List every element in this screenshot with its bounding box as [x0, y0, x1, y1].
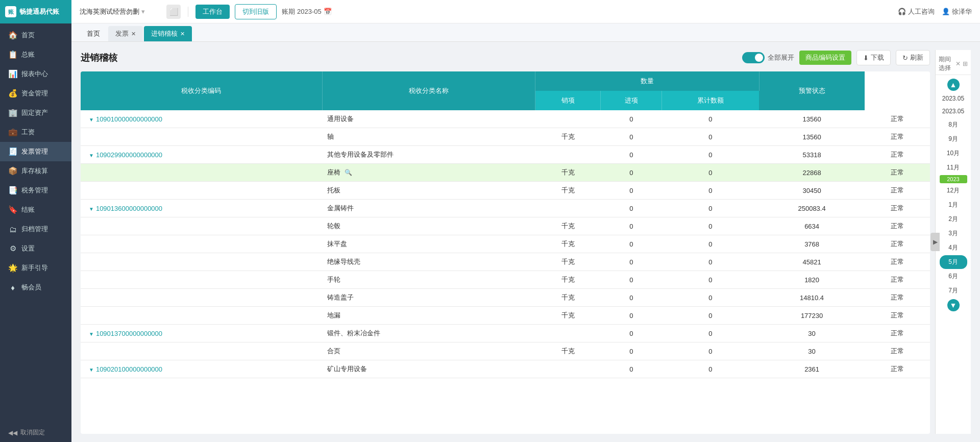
unpin-label: 取消固定 [20, 428, 45, 437]
period-month-item[interactable]: 1月 [940, 198, 967, 212]
period-month-item[interactable]: 5月 [940, 255, 967, 269]
period-month-item[interactable]: 12月 [940, 184, 967, 198]
sidebar-item-label: 发票管理 [21, 147, 48, 156]
tab-home[interactable]: 首页 [80, 26, 107, 41]
period-month-item[interactable]: 4月 [940, 241, 967, 255]
workbench-button[interactable]: 工作台 [195, 5, 230, 19]
sidebar-footer-unpin[interactable]: ◀◀ 取消固定 [0, 423, 71, 442]
cell-warning: 正常 [865, 271, 930, 289]
cell-purchase: 0 [662, 146, 760, 164]
sidebar-item-tax[interactable]: 📑 税务管理 [0, 181, 71, 200]
cell-sales: 0 [601, 289, 662, 307]
period-label: 账期 [282, 7, 295, 16]
company-selector[interactable]: 沈海英测试经营勿删 ▾ [80, 7, 161, 16]
cell-unit: 千克 [535, 253, 601, 271]
panel-collapse-button[interactable]: ▶ [930, 233, 940, 251]
panel-close-button[interactable]: ✕ [955, 60, 961, 67]
period-month-item[interactable]: 9月 [940, 132, 967, 146]
cell-name: 地漏 [322, 307, 535, 325]
cell-name: 绝缘导线壳 [322, 253, 535, 271]
tab-invoice[interactable]: 发票 ✕ [108, 26, 143, 41]
oldver-button[interactable]: 切到旧版 [235, 4, 277, 19]
cell-name: 座椅🔍 [322, 164, 535, 182]
cell-code: ▼109013600000000000 [81, 200, 322, 217]
period-scroll-up[interactable]: ▲ [947, 79, 960, 91]
period-month-item[interactable]: 8月 [940, 118, 967, 132]
download-button[interactable]: ⬇ 下载 [856, 50, 891, 65]
period-month-item[interactable]: 10月 [940, 146, 967, 160]
cell-total: 14810.4 [759, 289, 865, 307]
member-icon: ♦ [8, 283, 17, 292]
sidebar-item-capital[interactable]: 💰 资金管理 [0, 84, 71, 103]
cell-warning: 正常 [865, 253, 930, 271]
invoice-icon: 🧾 [8, 147, 17, 156]
cell-name: 轴 [322, 128, 535, 146]
tab-reconcile[interactable]: 进销稽核 ✕ [144, 26, 192, 41]
sidebar-item-salary[interactable]: 💼 工资 [0, 122, 71, 142]
sidebar-item-archive[interactable]: 🗂 归档管理 [0, 219, 71, 239]
tab-invoice-label: 发票 [115, 29, 129, 38]
company-copy-button[interactable]: ⬜ [166, 5, 181, 19]
cell-sales: 0 [601, 235, 662, 253]
sidebar-item-settings[interactable]: ⚙ 设置 [0, 239, 71, 258]
cell-total: 1820 [759, 271, 865, 289]
page-main: 进销稽核 全部展开 商品编码设置 ⬇ 下载 ↻ 刷新 [81, 50, 930, 434]
user-icon: 👤 [942, 8, 950, 15]
sidebar-item-settle[interactable]: 🔖 结账 [0, 200, 71, 219]
home-icon: 🏠 [8, 31, 17, 40]
cell-total: 177230 [759, 307, 865, 325]
period-month-item[interactable]: 6月 [940, 269, 967, 283]
sidebar-item-label: 库存核算 [21, 166, 48, 176]
calendar-icon[interactable]: 📅 [324, 8, 332, 15]
support-label: 人工咨询 [908, 7, 935, 16]
period-month-item[interactable]: 2023.05 [940, 105, 967, 117]
sidebar-item-guide[interactable]: 🌟 新手引导 [0, 258, 71, 278]
sidebar-item-invoice[interactable]: 🧾 发票管理 [0, 142, 71, 161]
sidebar-item-member[interactable]: ♦ 畅会员 [0, 278, 71, 297]
refresh-button[interactable]: ↻ 刷新 [896, 50, 930, 65]
cell-unit: 千克 [535, 235, 601, 253]
cell-total: 13560 [759, 128, 865, 146]
sidebar-item-assets[interactable]: 🏢 固定资产 [0, 103, 71, 122]
sidebar-item-home[interactable]: 🏠 首页 [0, 26, 71, 45]
cell-purchase: 0 [662, 200, 760, 217]
cell-total: 45821 [759, 253, 865, 271]
user-menu[interactable]: 👤 徐泽华 [942, 7, 972, 16]
tab-invoice-close[interactable]: ✕ [131, 31, 136, 37]
cell-purchase: 0 [662, 182, 760, 200]
sidebar-item-reports[interactable]: 📊 报表中心 [0, 64, 71, 84]
panel-expand-button[interactable]: ⊞ [963, 60, 968, 67]
sidebar-item-label: 固定资产 [21, 108, 48, 117]
cell-purchase: 0 [662, 253, 760, 271]
cell-code [81, 271, 322, 289]
cell-total: 3768 [759, 235, 865, 253]
sidebar: 账 畅捷通易代账 🏠 首页 📋 总账 📊 报表中心 💰 资金管理 🏢 固定资产 … [0, 0, 71, 442]
cell-unit [535, 360, 601, 378]
period-month-item[interactable]: 3月 [940, 227, 967, 240]
topbar-divider [188, 7, 188, 17]
sidebar-item-inventory[interactable]: 📦 库存核算 [0, 161, 71, 181]
cell-unit [535, 200, 601, 217]
cell-code [81, 235, 322, 253]
copy-icon: ⬜ [169, 8, 178, 16]
sidebar-item-ledger[interactable]: 📋 总账 [0, 45, 71, 64]
panel-header: 期间选择 ✕ ⊞ [936, 53, 971, 75]
period-month-item[interactable]: 11月 [940, 161, 967, 175]
cell-unit: 千克 [535, 271, 601, 289]
cell-name: 通用设备 [322, 110, 535, 128]
expand-all-toggle[interactable] [742, 52, 765, 63]
sidebar-item-label: 结账 [21, 205, 35, 214]
period-scroll-down[interactable]: ▼ [947, 299, 960, 311]
support-button[interactable]: 🎧 人工咨询 [898, 7, 935, 16]
reconcile-table: 税收分类编码 税收分类名称 数量 预警状态 销项 进项 累计数额 ▼109010… [81, 71, 930, 378]
cell-code [81, 164, 322, 182]
period-month-item[interactable]: 2月 [940, 212, 967, 226]
right-panel: ▶ 期间选择 ✕ ⊞ ▲2023.052023.058月9月10月11月2023… [935, 50, 971, 434]
tab-reconcile-close[interactable]: ✕ [180, 31, 185, 37]
period-month-item[interactable]: 2023.05 [940, 92, 967, 105]
cell-sales: 0 [601, 110, 662, 128]
period-month-item[interactable]: 7月 [940, 284, 967, 298]
cell-sales: 0 [601, 146, 662, 164]
cell-total: 22868 [759, 164, 865, 182]
product-code-button[interactable]: 商品编码设置 [799, 51, 851, 65]
